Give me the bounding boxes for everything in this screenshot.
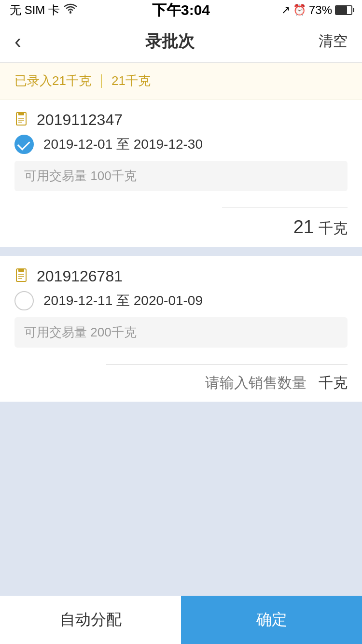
batch2-radio[interactable] — [14, 291, 34, 310]
bottom-bar: 自动分配 确定 — [0, 596, 362, 644]
status-bar: 无 SIM 卡 下午3:04 ↗ ⏰ 73% — [0, 0, 362, 20]
page-title: 录批次 — [145, 30, 195, 53]
batch1-amount-row: 21 千克 — [0, 208, 362, 247]
batch1-unit: 千克 — [319, 219, 348, 238]
batch2-date-range: 2019-12-11 至 2020-01-09 — [43, 292, 203, 310]
info-divider — [101, 74, 102, 88]
battery-percent: 73% — [309, 3, 332, 17]
batch2-card: 2019126781 2019-12-11 至 2020-01-09 可用交易量… — [0, 256, 362, 402]
auto-distribute-button[interactable]: 自动分配 — [0, 596, 181, 644]
batch1-select-row: 2019-12-01 至 2019-12-30 — [14, 135, 348, 154]
batch2-select-row: 2019-12-11 至 2020-01-09 — [14, 291, 348, 310]
batch2-unit: 千克 — [319, 373, 348, 393]
recorded-label: 已录入21千克 — [14, 72, 91, 89]
qty-input[interactable] — [130, 375, 314, 391]
batch1-date-range: 2019-12-01 至 2019-12-30 — [43, 135, 203, 154]
clear-button[interactable]: 清空 — [319, 31, 348, 51]
doc-icon-1 — [14, 112, 32, 129]
batch1-radio[interactable] — [14, 135, 34, 154]
section-divider — [0, 247, 362, 256]
no-sim-label: 无 SIM 卡 — [10, 2, 60, 18]
batch2-input-row: 千克 — [0, 364, 362, 402]
batch2-availability-text: 可用交易量 200千克 — [24, 325, 137, 339]
wifi-icon — [64, 3, 77, 17]
batch1-card: 2019112347 2019-12-01 至 2019-12-30 可用交易量… — [0, 99, 362, 247]
status-left: 无 SIM 卡 — [10, 2, 77, 18]
batch1-amount: 21 — [293, 217, 314, 238]
confirm-button[interactable]: 确定 — [181, 596, 362, 644]
svg-rect-2 — [18, 112, 24, 115]
svg-point-0 — [70, 12, 71, 14]
battery-icon — [335, 5, 352, 15]
status-right: ↗ ⏰ 73% — [281, 3, 352, 17]
gray-area — [0, 402, 362, 614]
batch1-availability: 可用交易量 100千克 — [14, 161, 348, 191]
batch2-header: 2019126781 — [14, 267, 348, 285]
status-time: 下午3:04 — [152, 0, 210, 20]
back-button[interactable]: ‹ — [14, 30, 21, 53]
nav-bar: ‹ 录批次 清空 — [0, 20, 362, 63]
batch1-availability-text: 可用交易量 100千克 — [24, 168, 137, 183]
batch2-availability: 可用交易量 200千克 — [14, 317, 348, 348]
doc-icon-2 — [14, 268, 32, 285]
batch1-number: 2019112347 — [37, 111, 123, 129]
batch2-number: 2019126781 — [37, 267, 123, 285]
alarm-icon: ⏰ — [293, 4, 306, 16]
batch1-header: 2019112347 — [14, 111, 348, 129]
recorded-value: 21千克 — [111, 72, 151, 89]
svg-rect-7 — [18, 269, 24, 272]
location-icon: ↗ — [281, 4, 290, 16]
info-banner: 已录入21千克 21千克 — [0, 63, 362, 99]
